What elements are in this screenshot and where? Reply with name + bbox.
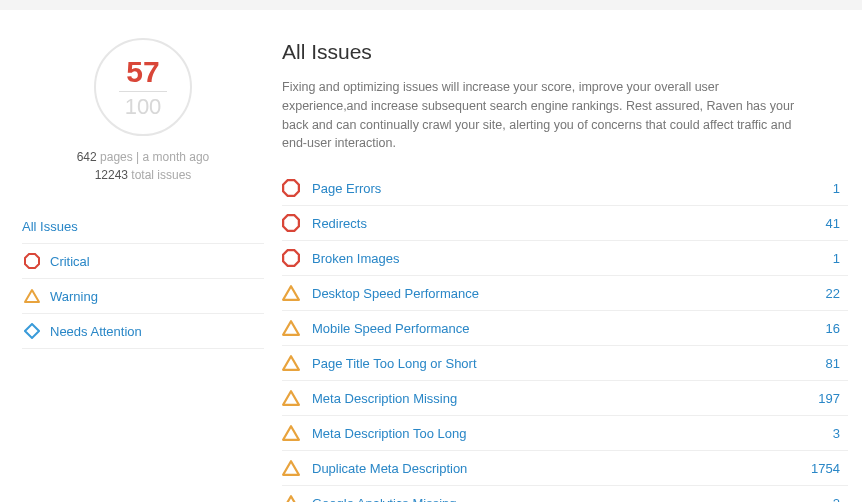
filter-label: Needs Attention — [50, 324, 142, 339]
svg-marker-0 — [25, 254, 39, 268]
issue-row[interactable]: Duplicate Meta Description1754 — [282, 451, 848, 486]
issue-count: 41 — [826, 216, 844, 231]
issue-row[interactable]: Google Analytics Missing2 — [282, 486, 848, 502]
issue-label[interactable]: Meta Description Missing — [312, 391, 806, 406]
issue-label[interactable]: Meta Description Too Long — [312, 426, 821, 441]
issue-count: 81 — [826, 356, 844, 371]
issue-row[interactable]: Broken Images1 — [282, 241, 848, 276]
score-divider — [119, 91, 167, 92]
issue-label[interactable]: Duplicate Meta Description — [312, 461, 799, 476]
triangle-icon — [24, 288, 40, 304]
issue-label[interactable]: Page Title Too Long or Short — [312, 356, 814, 371]
pages-count: 642 — [77, 150, 97, 164]
issue-count: 16 — [826, 321, 844, 336]
octagon-icon — [282, 249, 300, 267]
pages-meta: 642 pages | a month ago — [22, 150, 264, 164]
svg-marker-5 — [283, 250, 299, 266]
svg-marker-1 — [25, 290, 39, 302]
svg-marker-7 — [283, 321, 299, 335]
svg-marker-3 — [283, 180, 299, 196]
issue-row[interactable]: Desktop Speed Performance22 — [282, 276, 848, 311]
page-title: All Issues — [282, 40, 848, 64]
issue-label[interactable]: Desktop Speed Performance — [312, 286, 814, 301]
issue-count: 197 — [818, 391, 844, 406]
score-circle: 57 100 — [94, 38, 192, 136]
issue-row[interactable]: Meta Description Too Long3 — [282, 416, 848, 451]
triangle-icon — [282, 494, 300, 502]
diamond-icon — [24, 323, 40, 339]
svg-marker-4 — [283, 215, 299, 231]
issue-row[interactable]: Redirects41 — [282, 206, 848, 241]
octagon-icon — [282, 214, 300, 232]
issue-count: 1 — [833, 251, 844, 266]
issue-list: Page Errors1Redirects41Broken Images1Des… — [282, 171, 848, 502]
issues-label: total issues — [131, 168, 191, 182]
filter-label: Warning — [50, 289, 98, 304]
crawl-age: a month ago — [143, 150, 210, 164]
issue-row[interactable]: Page Errors1 — [282, 171, 848, 206]
issues-meta: 12243 total issues — [22, 168, 264, 182]
svg-marker-8 — [283, 356, 299, 370]
triangle-icon — [282, 354, 300, 372]
filter-warning[interactable]: Warning — [22, 279, 264, 314]
issue-label[interactable]: Google Analytics Missing — [312, 496, 821, 503]
svg-marker-10 — [283, 426, 299, 440]
issues-count: 12243 — [95, 168, 128, 182]
container: 57 100 642 pages | a month ago 12243 tot… — [0, 10, 862, 502]
issue-count: 2 — [833, 496, 844, 503]
octagon-icon — [282, 179, 300, 197]
issue-label[interactable]: Page Errors — [312, 181, 821, 196]
meta-separator: | — [136, 150, 139, 164]
main: All Issues Fixing and optimizing issues … — [272, 30, 848, 502]
triangle-icon — [282, 284, 300, 302]
issue-row[interactable]: Mobile Speed Performance16 — [282, 311, 848, 346]
filter-critical[interactable]: Critical — [22, 244, 264, 279]
svg-marker-12 — [283, 496, 299, 502]
issue-label[interactable]: Broken Images — [312, 251, 821, 266]
filters: All Issues Critical Warning Needs Attent… — [22, 210, 264, 349]
filter-label: All Issues — [22, 219, 78, 234]
issue-label[interactable]: Redirects — [312, 216, 814, 231]
score-max: 100 — [125, 94, 162, 120]
page-description: Fixing and optimizing issues will increa… — [282, 78, 802, 153]
issue-count: 1754 — [811, 461, 844, 476]
svg-marker-2 — [25, 324, 39, 338]
issue-row[interactable]: Meta Description Missing197 — [282, 381, 848, 416]
sidebar: 57 100 642 pages | a month ago 12243 tot… — [14, 30, 272, 502]
filter-needs-attention[interactable]: Needs Attention — [22, 314, 264, 349]
issue-label[interactable]: Mobile Speed Performance — [312, 321, 814, 336]
svg-marker-11 — [283, 461, 299, 475]
issue-count: 3 — [833, 426, 844, 441]
pages-label: pages — [100, 150, 133, 164]
triangle-icon — [282, 319, 300, 337]
triangle-icon — [282, 459, 300, 477]
svg-marker-6 — [283, 286, 299, 300]
octagon-icon — [24, 253, 40, 269]
svg-marker-9 — [283, 391, 299, 405]
filter-label: Critical — [50, 254, 90, 269]
filter-all-issues[interactable]: All Issues — [22, 210, 264, 244]
score-value: 57 — [126, 55, 159, 88]
issue-row[interactable]: Page Title Too Long or Short81 — [282, 346, 848, 381]
triangle-icon — [282, 389, 300, 407]
topbar — [0, 0, 862, 10]
issue-count: 22 — [826, 286, 844, 301]
issue-count: 1 — [833, 181, 844, 196]
triangle-icon — [282, 424, 300, 442]
